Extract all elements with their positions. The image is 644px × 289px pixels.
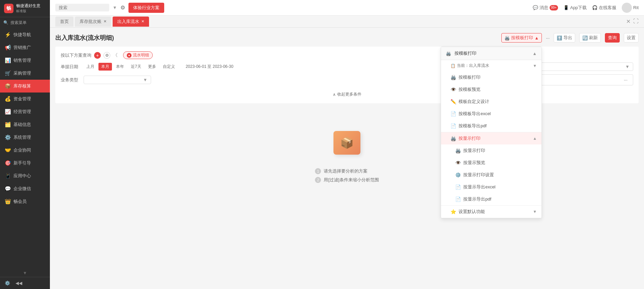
dropdown-item-display-settings[interactable]: ⚙️ 按显示打印设置 <box>441 169 541 181</box>
message-action[interactable]: 💬 消息 99+ <box>533 5 558 11</box>
date-filter-label: 单据日期 <box>61 64 78 70</box>
filter-config-btn[interactable]: ⚙ <box>104 52 110 59</box>
tabbar: 首页 库存批次账 ✕ 出入库流水 ✕ ✕ ⛶ <box>50 16 644 28</box>
sidebar-item-purchase[interactable]: 🛒 采购管理 <box>0 67 50 80</box>
window-expand-icon[interactable]: ⛶ <box>633 18 639 25</box>
sidebar-item-inventory[interactable]: 📦 库存核算 <box>0 80 50 93</box>
shortcut-icon: ⚡ <box>5 32 11 38</box>
online-service-action[interactable]: 🎧 在线客服 <box>592 5 616 11</box>
sidebar-item-label: 销售管理 <box>13 57 31 63</box>
filter-add-btn[interactable]: + <box>94 52 101 59</box>
template-print-btn[interactable]: 🖨️ 按模板打印 ▲ <box>501 33 542 43</box>
dropdown-item-template-preview[interactable]: 👁️ 按模板预览 <box>441 83 541 96</box>
window-buttons: ✕ ⛶ <box>626 18 639 25</box>
business-arrow: ▼ <box>143 77 147 82</box>
app-download-action[interactable]: 📱 App下载 <box>563 5 587 11</box>
topbar-dropdown-icon[interactable]: ▼ <box>113 5 117 10</box>
tab-flow-close[interactable]: ✕ <box>141 19 144 24</box>
sidebar-item-marketing[interactable]: 📢 营销推广 <box>0 41 50 54</box>
tab-flow[interactable]: 出入库流水 ✕ <box>113 17 149 27</box>
item-label: 按模板预览 <box>459 86 480 93</box>
user-avatar-action[interactable]: Rit <box>622 3 639 13</box>
date-btn-7days[interactable]: 近7天 <box>128 63 144 71</box>
sidebar-item-finance[interactable]: 💰 资金管理 <box>0 93 50 105</box>
filter-panel: 按以下方案查询 + ⚙ 《 ● 流水明细 单据日期 上月 本月 本年 近7天 更… <box>55 47 639 103</box>
sidebar-search-item[interactable]: 🔍 搜索菜单 <box>0 17 50 28</box>
export-btn[interactable]: ⬆️ 导出 <box>554 33 575 43</box>
sidebar-item-operations[interactable]: 📈 经营管理 <box>0 105 50 118</box>
query-btn[interactable]: 查询 <box>605 33 620 43</box>
dropdown-item-display-excel[interactable]: 📄 按显示导出excel <box>441 181 541 193</box>
window-close-icon[interactable]: ✕ <box>626 18 631 25</box>
sidebar-item-guide[interactable]: 🎯 新手引导 <box>0 157 50 169</box>
dropdown-item-display-print[interactable]: 🖨️ 按显示打印 <box>441 144 541 157</box>
sidebar-item-collab[interactable]: 🤝 企业协同 <box>0 144 50 157</box>
operations-icon: 📈 <box>5 109 11 115</box>
sidebar-item-system[interactable]: ⚙️ 系统管理 <box>0 131 50 144</box>
empty-step-1: 1 请先选择要分析的方案 <box>315 168 379 174</box>
dropdown-item-template-custom[interactable]: ✏️ 模板自定义设计 <box>441 96 541 108</box>
filter-row-date: 单据日期 上月 本月 本年 近7天 更多 自定义 2023-06-01 至 20… <box>61 62 633 71</box>
industry-btn[interactable]: 体验行业方案 <box>128 3 164 13</box>
system-icon: ⚙️ <box>5 134 11 140</box>
sidebar-item-sales[interactable]: 📊 销售管理 <box>0 54 50 67</box>
topbar-gear-icon[interactable]: ⚙ <box>120 4 125 11</box>
dropdown-item-display-preview[interactable]: 👁️ 按显示预览 <box>441 157 541 169</box>
tab-batch[interactable]: 库存批次账 ✕ <box>75 17 111 27</box>
settings-icon[interactable]: ⚙️ <box>5 281 10 286</box>
dropdown-item-display-pdf[interactable]: 📄 按显示导出pdf <box>441 193 541 205</box>
member-icon: 👑 <box>5 199 11 205</box>
dropdown-section-3: ⭐ 设置默认功能 ▼ <box>441 206 541 218</box>
current-template-icon: 📋 <box>450 63 456 68</box>
dropdown-item-template-excel[interactable]: 📄 按模板导出excel <box>441 108 541 120</box>
dropdown-section-header-display[interactable]: 🖨️ 按显示打印 ▲ <box>441 132 541 144</box>
more-options-btn[interactable]: ··· <box>546 35 550 41</box>
sidebar-item-shortcut[interactable]: ⚡ 快捷导航 <box>0 28 50 41</box>
current-template-label: 当前：出入库流水 <box>457 63 489 69</box>
topbar-search-input[interactable] <box>55 4 109 11</box>
item-custom-icon: ✏️ <box>450 99 456 104</box>
settings-btn[interactable]: 设置 <box>624 33 639 43</box>
sidebar-scroll-down[interactable]: ▼ <box>0 269 50 277</box>
print-icon: 🖨️ <box>504 35 510 41</box>
item-icon: ⚙️ <box>455 172 461 178</box>
refresh-btn[interactable]: 🔄 刷新 <box>579 33 601 43</box>
business-filter-select[interactable]: ▼ <box>84 76 151 84</box>
collab-icon: 🤝 <box>5 147 11 153</box>
tab-batch-close[interactable]: ✕ <box>104 19 107 24</box>
dropdown-item-template-print[interactable]: 🖨️ 按模板打印 <box>441 71 541 83</box>
item-icon: 👁️ <box>455 160 461 165</box>
sidebar-item-wechat[interactable]: 💬 企业微信 <box>0 182 50 195</box>
item-pdf-icon: 📄 <box>450 123 456 129</box>
sidebar-item-label: 采购管理 <box>13 70 31 76</box>
dropdown-item-set-default[interactable]: ⭐ 设置默认功能 ▼ <box>441 206 541 218</box>
collapse-btn[interactable]: ∧ 收起更多条件 <box>330 90 364 99</box>
export-icon: ⬆️ <box>557 35 562 41</box>
empty-steps: 1 请先选择要分析的方案 2 用[过滤]条件来缩小分析范围 <box>315 168 379 186</box>
sidebar-bottom: ⚙️ ◀◀ <box>0 277 50 289</box>
filter-active-tag[interactable]: ● 流水明细 <box>123 51 153 59</box>
dropdown-arrow-icon[interactable]: ▲ <box>532 51 537 56</box>
finance-icon: 💰 <box>5 96 11 102</box>
user-name: Rit <box>633 5 639 10</box>
tab-home[interactable]: 首页 <box>55 17 74 27</box>
item-arrow-icon: ▲ <box>533 136 537 141</box>
date-btn-lastmonth[interactable]: 上月 <box>84 63 97 71</box>
date-btn-thismonth[interactable]: 本月 <box>98 63 112 71</box>
warehouse-more-btn[interactable]: ··· <box>622 76 630 84</box>
filter-tag-icon: ● <box>127 53 131 58</box>
date-btn-custom[interactable]: 自定义 <box>160 63 178 71</box>
collapse-icon: ∧ <box>333 92 336 97</box>
guide-icon: 🎯 <box>5 160 11 166</box>
sidebar-item-basic[interactable]: 🗂️ 基础信息 <box>0 118 50 131</box>
dropdown-item-template-pdf[interactable]: 📄 按模板导出pdf <box>441 120 541 132</box>
sidebar-item-label: 基础信息 <box>13 122 31 128</box>
sidebar-item-member[interactable]: 👑 畅会员 <box>0 195 50 208</box>
date-btn-more[interactable]: 更多 <box>145 63 159 71</box>
collapse-sidebar-icon[interactable]: ◀◀ <box>16 281 22 286</box>
sidebar-item-app[interactable]: 📱 应用中心 <box>0 169 50 182</box>
date-btn-thisyear[interactable]: 本年 <box>113 63 127 71</box>
logo-text: 畅捷通好生意 <box>16 3 40 9</box>
topbar: ▼ ⚙ 体验行业方案 💬 消息 99+ 📱 App下载 🎧 在线客服 Rit <box>50 0 644 16</box>
filter-collapse-icon[interactable]: 《 <box>113 52 118 58</box>
